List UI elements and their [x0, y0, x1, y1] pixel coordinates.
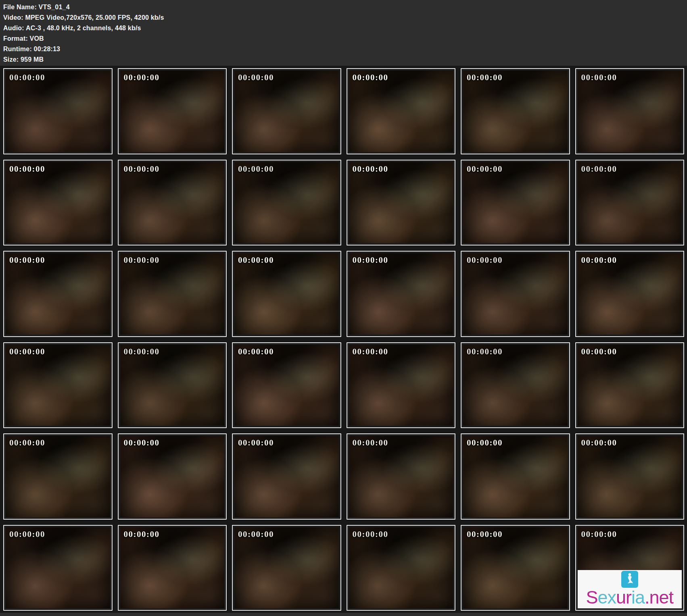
thumbnail-cell[interactable]: 00:00:00Sexuria.net [575, 525, 685, 611]
frame-timestamp: 00:00:00 [353, 255, 388, 265]
video-frame-placeholder: 00:00:00 [120, 71, 225, 152]
thumbnail-cell[interactable]: 00:00:00 [461, 160, 570, 246]
video-frame-placeholder: 00:00:00 [234, 71, 339, 152]
video-frame-placeholder: 00:00:00 [6, 162, 110, 243]
thumbnail-cell[interactable]: 00:00:00 [3, 342, 113, 429]
thumbnail-cell[interactable]: 00:00:00 [118, 433, 227, 520]
frame-timestamp: 00:00:00 [238, 438, 274, 448]
format-line: Format: VOB [3, 33, 683, 44]
video-frame-placeholder: 00:00:00Sexuria.net [578, 527, 682, 609]
frame-timestamp: 00:00:00 [353, 347, 388, 357]
thumbnail-cell[interactable]: 00:00:00 [347, 251, 456, 337]
video-frame-placeholder: 00:00:00 [234, 253, 339, 335]
thumbnail-cell[interactable]: 00:00:00 [118, 160, 227, 246]
file-name-line: File Name: VTS_01_4 [3, 2, 683, 12]
thumbnail-cell[interactable]: 00:00:00 [232, 160, 341, 246]
frame-timestamp: 00:00:00 [9, 73, 45, 83]
frame-timestamp: 00:00:00 [9, 347, 45, 357]
audio-info-line: Audio: AC-3 , 48.0 kHz, 2 channels, 448 … [3, 23, 683, 33]
video-frame-placeholder: 00:00:00 [6, 345, 110, 426]
video-frame-placeholder: 00:00:00 [120, 527, 225, 609]
video-frame-placeholder: 00:00:00 [6, 436, 110, 517]
thumbnail-cell[interactable]: 00:00:00 [347, 68, 456, 154]
size-line: Size: 959 MB [3, 54, 683, 65]
watermark-text-segment: ia [631, 587, 645, 608]
video-frame-placeholder: 00:00:00 [349, 345, 453, 426]
thumbnail-cell[interactable]: 00:00:00 [232, 342, 341, 429]
frame-timestamp: 00:00:00 [353, 164, 388, 174]
thumbnail-cell[interactable]: 00:00:00 [3, 160, 113, 246]
frame-timestamp: 00:00:00 [467, 73, 503, 83]
frame-timestamp: 00:00:00 [238, 529, 274, 539]
frame-timestamp: 00:00:00 [581, 347, 617, 357]
thumbnail-cell[interactable]: 00:00:00 [347, 342, 456, 429]
thumbnail-cell[interactable]: 00:00:00 [232, 525, 341, 611]
video-frame-placeholder: 00:00:00 [578, 436, 682, 517]
video-frame-placeholder: 00:00:00 [578, 253, 682, 335]
frame-timestamp: 00:00:00 [9, 164, 45, 174]
frame-timestamp: 00:00:00 [124, 73, 160, 83]
thumbnail-cell[interactable]: 00:00:00 [347, 525, 456, 611]
frame-timestamp: 00:00:00 [238, 73, 274, 83]
video-frame-placeholder: 00:00:00 [6, 527, 110, 609]
thumbnail-cell[interactable]: 00:00:00 [232, 433, 341, 520]
video-frame-placeholder: 00:00:00 [120, 436, 225, 517]
thumbnail-cell[interactable]: 00:00:00 [461, 342, 570, 429]
thumbnail-cell[interactable]: 00:00:00 [575, 342, 685, 429]
video-frame-placeholder: 00:00:00 [349, 71, 453, 152]
watermark-text-segment: .net [645, 587, 673, 608]
thumbnail-cell[interactable]: 00:00:00 [461, 68, 570, 154]
video-frame-placeholder: 00:00:00 [463, 345, 568, 426]
thumbnail-cell[interactable]: 00:00:00 [347, 433, 456, 520]
thumbnail-cell[interactable]: 00:00:00 [575, 433, 685, 520]
frame-timestamp: 00:00:00 [467, 164, 503, 174]
frame-timestamp: 00:00:00 [467, 347, 503, 357]
thumbnail-cell[interactable]: 00:00:00 [575, 251, 685, 337]
thumbnail-cell[interactable]: 00:00:00 [118, 251, 227, 337]
thumbnail-cell[interactable]: 00:00:00 [347, 160, 456, 246]
frame-timestamp: 00:00:00 [467, 529, 503, 539]
thumbnail-cell[interactable]: 00:00:00 [232, 251, 341, 337]
video-frame-placeholder: 00:00:00 [349, 436, 453, 517]
watermark-site-text: Sexuria.net [586, 588, 673, 607]
frame-timestamp: 00:00:00 [467, 255, 503, 265]
frame-timestamp: 00:00:00 [581, 73, 617, 83]
thumbnail-cell[interactable]: 00:00:00 [461, 525, 570, 611]
watermark-text-segment: ur [616, 587, 631, 608]
frame-timestamp: 00:00:00 [581, 438, 617, 448]
thumbnail-cell[interactable]: 00:00:00 [461, 433, 570, 520]
video-frame-placeholder: 00:00:00 [234, 527, 339, 609]
video-frame-placeholder: 00:00:00 [463, 162, 568, 243]
frame-timestamp: 00:00:00 [353, 438, 388, 448]
video-frame-placeholder: 00:00:00 [120, 162, 225, 243]
video-frame-placeholder: 00:00:00 [234, 436, 339, 517]
thumbnail-cell[interactable]: 00:00:00 [3, 433, 113, 520]
thumbnail-cell[interactable]: 00:00:00 [118, 342, 227, 429]
frame-timestamp: 00:00:00 [238, 255, 274, 265]
video-frame-placeholder: 00:00:00 [349, 527, 453, 609]
watermark-text-segment: S [586, 587, 597, 608]
thumbnail-cell[interactable]: 00:00:00 [575, 68, 685, 154]
thumbnail-cell[interactable]: 00:00:00 [3, 525, 113, 611]
frame-timestamp: 00:00:00 [353, 73, 388, 83]
frame-timestamp: 00:00:00 [9, 529, 45, 539]
thumbnail-cell[interactable]: 00:00:00 [118, 68, 227, 154]
thumbnail-cell[interactable]: 00:00:00 [461, 251, 570, 337]
frame-timestamp: 00:00:00 [124, 255, 160, 265]
thumbnail-cell[interactable]: 00:00:00 [3, 251, 113, 337]
sexuria-mermaid-icon [621, 571, 638, 588]
frame-timestamp: 00:00:00 [9, 438, 45, 448]
frame-timestamp: 00:00:00 [124, 529, 160, 539]
thumbnail-cell[interactable]: 00:00:00 [575, 160, 685, 246]
video-frame-placeholder: 00:00:00 [578, 345, 682, 426]
metadata-header: File Name: VTS_01_4 Video: MPEG Video,72… [0, 0, 687, 66]
frame-timestamp: 00:00:00 [353, 529, 388, 539]
thumbnail-cell[interactable]: 00:00:00 [232, 68, 341, 154]
thumbnail-cell[interactable]: 00:00:00 [118, 525, 227, 611]
video-frame-placeholder: 00:00:00 [578, 71, 682, 152]
frame-timestamp: 00:00:00 [581, 164, 617, 174]
video-frame-placeholder: 00:00:00 [463, 436, 568, 517]
video-frame-placeholder: 00:00:00 [120, 345, 225, 426]
thumbnail-cell[interactable]: 00:00:00 [3, 68, 113, 154]
video-frame-placeholder: 00:00:00 [234, 162, 339, 243]
